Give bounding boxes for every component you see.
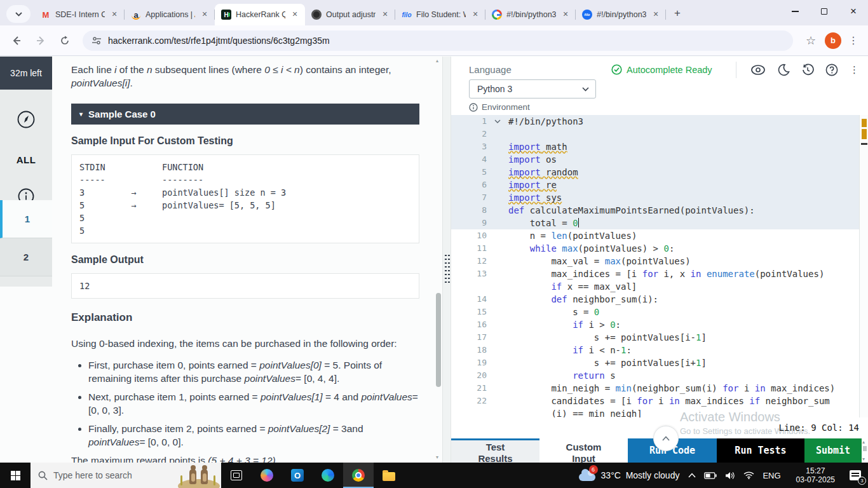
code-line: 2 — [451, 128, 859, 140]
hidden-icons-chevron-icon[interactable] — [688, 473, 696, 478]
weather-text[interactable]: 33°C Mostly cloudy — [601, 470, 680, 480]
browser-tab-strip: MSDE-I Intern Onli×aApplications | A×HHa… — [0, 0, 868, 25]
variable-text: pointValues — [88, 437, 139, 447]
tab-search-button[interactable] — [6, 5, 31, 23]
browser-tab[interactable]: filo#!/bin/python3× — [576, 4, 666, 25]
dashboard-button[interactable] — [0, 110, 52, 129]
browser-tab[interactable]: Output adjustme× — [305, 4, 395, 25]
scroll-position-mark — [861, 143, 867, 145]
collapse-console-button[interactable] — [653, 426, 679, 451]
submit-button[interactable]: Submit — [804, 438, 862, 463]
autocomplete-label: Autocomplete Ready — [627, 65, 712, 75]
browser-tab[interactable]: HHackerRank Que× — [215, 4, 305, 25]
line-number: 12 — [451, 255, 487, 268]
sample-output-block: 12 — [71, 273, 419, 299]
fold-column — [487, 382, 508, 395]
line-number: 4 — [451, 153, 487, 166]
maximize-button[interactable] — [810, 0, 839, 23]
code-text: if i < n-1: — [508, 344, 632, 356]
code-text: total = 0 — [508, 217, 579, 229]
input-language-indicator[interactable]: ENG — [763, 471, 780, 480]
code-token: max_indices) — [766, 383, 836, 393]
task-view-button[interactable] — [221, 463, 252, 488]
code-token: import — [508, 142, 541, 152]
problem-scrollbar[interactable]: ▴ ▾ — [435, 57, 442, 463]
taskbar-search-box[interactable]: Type here to search — [31, 463, 221, 488]
cloud-icon — [579, 473, 595, 481]
code-token: for — [722, 383, 738, 393]
bookmark-button[interactable]: ☆ — [801, 30, 821, 51]
file-explorer-button[interactable] — [374, 463, 404, 488]
plain-text: = [0, 0, 0]. — [139, 437, 183, 447]
browser-tab[interactable]: aApplications | A× — [125, 4, 215, 25]
console-tab-custom[interactable]: CustomInput — [539, 438, 628, 463]
sample-case-0-header[interactable]: ▾ Sample Case 0 — [71, 104, 419, 125]
plain-text: Next, purchase item 1, points earned = — [88, 391, 261, 402]
profile-avatar[interactable]: b — [825, 32, 841, 49]
line-number: 14 — [451, 293, 487, 306]
browser-tab[interactable]: #!/bin/python3× — [485, 4, 576, 25]
tab-close-button[interactable]: × — [651, 10, 661, 20]
browser-tab[interactable]: filoFilo Student: Wo× — [395, 4, 485, 25]
code-token: def — [551, 294, 567, 304]
code-token: x == max_val] — [562, 281, 637, 292]
info-icon — [469, 103, 478, 112]
tab-close-button[interactable]: × — [109, 10, 119, 20]
tab-label-line2: Input — [539, 453, 628, 463]
code-token: n = — [508, 231, 551, 241]
outlook-button[interactable]: O — [282, 463, 313, 488]
reload-button[interactable] — [55, 30, 75, 51]
edge-button[interactable] — [313, 463, 343, 488]
tab-close-button[interactable]: × — [290, 10, 300, 20]
question-tab-1[interactable]: 1 — [0, 200, 52, 238]
code-token — [701, 269, 706, 279]
chrome-button[interactable] — [343, 463, 374, 488]
browser-tab[interactable]: MSDE-I Intern Onli× — [34, 4, 125, 25]
console-tab-test[interactable]: TestResults — [451, 438, 539, 463]
help-icon[interactable] — [825, 64, 838, 76]
tab-label-line2: Results — [451, 453, 539, 463]
all-questions-button[interactable]: ALL — [0, 154, 52, 165]
tab-close-button[interactable]: × — [380, 10, 390, 20]
fold-toggle-icon[interactable] — [487, 115, 508, 128]
copilot-button[interactable] — [252, 463, 282, 488]
url-bar[interactable]: hackerrank.com/test/rfe1p4jtmt/questions… — [83, 30, 793, 51]
environment-link[interactable]: Environment — [469, 102, 530, 112]
close-window-button[interactable]: × — [839, 0, 868, 23]
start-button[interactable] — [0, 463, 31, 488]
back-button[interactable] — [6, 30, 27, 51]
taskbar-clock[interactable]: 15:27 03-07-2025 — [796, 466, 835, 484]
panel-splitter[interactable] — [442, 57, 451, 463]
new-tab-button[interactable]: + — [668, 4, 686, 22]
history-icon[interactable] — [801, 64, 814, 76]
notification-center-button[interactable]: 3 — [843, 463, 868, 488]
search-highlight-image[interactable] — [175, 463, 221, 488]
tab-close-button[interactable]: × — [560, 10, 571, 20]
editor-menu-icon[interactable]: ⋮ — [850, 64, 859, 76]
screen: MSDE-I Intern Onli×aApplications | A×HHa… — [0, 0, 868, 488]
question-tab-2[interactable]: 2 — [0, 238, 52, 276]
eye-icon[interactable] — [750, 64, 766, 76]
dark-mode-moon-icon[interactable] — [777, 64, 790, 76]
browser-menu-button[interactable]: ⋮ — [845, 34, 862, 46]
scrollbar-thumb[interactable] — [436, 293, 441, 387]
explanation-list: First, purchase item 0, points earned = … — [88, 358, 419, 449]
fold-column — [487, 356, 508, 369]
volume-icon[interactable] — [725, 471, 735, 480]
weather-widget[interactable]: 6 — [573, 463, 601, 488]
hackerrank-favicon: H — [221, 10, 231, 20]
code-editor[interactable]: 1#!/bin/python323import math4import os5i… — [451, 115, 859, 417]
battery-icon[interactable] — [704, 472, 717, 479]
tab-close-button[interactable]: × — [470, 10, 480, 20]
scrollbar-thumb[interactable] — [863, 446, 867, 451]
code-text: def calculateMaximumPointsEarned(pointVa… — [508, 204, 755, 217]
tab-close-button[interactable]: × — [200, 10, 210, 20]
forward-button[interactable] — [31, 30, 51, 51]
wifi-icon[interactable] — [743, 471, 754, 479]
language-select[interactable]: Python 3 — [469, 79, 596, 98]
console-scrollbar[interactable]: ▴ ▾ — [862, 438, 868, 463]
run-tests-button[interactable]: Run Tests — [717, 438, 804, 463]
fold-column — [487, 140, 508, 153]
forward-icon — [36, 36, 46, 46]
minimize-button[interactable] — [780, 0, 810, 23]
